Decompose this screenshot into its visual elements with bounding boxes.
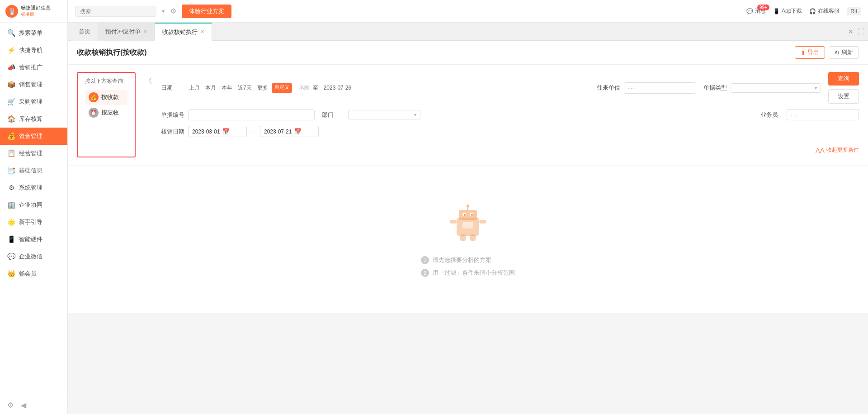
message-icon: 💬 <box>746 8 753 14</box>
svg-rect-10 <box>460 234 466 241</box>
query-btn[interactable]: 查询 <box>828 72 859 86</box>
tab-collection-verify[interactable]: 收款核销执行 ✕ <box>155 23 212 41</box>
sidebar-item-operations[interactable]: 📋经营管理 <box>0 145 67 162</box>
refresh-btn[interactable]: ↻ 刷新 <box>829 46 859 59</box>
inventory-label: 库存核算 <box>19 115 42 123</box>
partner-select[interactable]: ··· <box>624 82 696 94</box>
last-7-days-btn[interactable]: 近7天 <box>236 83 254 93</box>
dept-label: 部门 <box>322 111 344 119</box>
bill-type-select[interactable]: ▾ <box>731 83 821 93</box>
tab-home[interactable]: 首页 <box>71 23 98 41</box>
collapse-icon[interactable]: ◀ <box>21 401 26 409</box>
svg-rect-11 <box>470 234 476 241</box>
solution-btn[interactable]: 体验行业方案 <box>182 5 231 18</box>
dept-chevron: ▾ <box>414 112 416 117</box>
tabs-actions: ✕ ⛶ <box>848 28 864 35</box>
sidebar-item-sales[interactable]: 📦销售管理 <box>0 76 67 93</box>
tab-prepay-close[interactable]: ✕ <box>143 29 147 34</box>
sidebar-item-wechat[interactable]: 💬企业微信 <box>0 248 67 265</box>
refresh-icon: ↻ <box>835 49 840 56</box>
app-icon: 📱 <box>773 8 780 14</box>
custom-date-tag[interactable]: 自定义 <box>272 83 292 93</box>
filter-query-type: 按以下方案查询 💰 按收款 ⏰ 按应收 <box>77 72 136 157</box>
sidebar-item-purchase[interactable]: 🛒采购管理 <box>0 93 67 110</box>
page-header: 收款核销执行(按收款) ⬆ 导出 ↻ 刷新 <box>68 41 868 65</box>
date-label: 日期 <box>161 84 184 92</box>
tab-prepay[interactable]: 预付冲应付单 ✕ <box>98 23 155 41</box>
tab-collection-verify-close[interactable]: ✕ <box>200 29 204 35</box>
topbar-chevron-icon[interactable]: ▾ <box>162 8 165 14</box>
by-collection-label: 按收款 <box>101 93 119 101</box>
empty-hint-1: 1 请先选择要分析的方案 <box>421 256 515 264</box>
filter-option-by-collection[interactable]: 💰 按收款 <box>85 90 127 105</box>
app-version: 标准版 <box>21 11 51 18</box>
this-year-btn[interactable]: 本年 <box>220 83 234 93</box>
filter-option-by-receivable[interactable]: ⏰ 按应收 <box>85 105 127 120</box>
last-month-btn[interactable]: 上月 <box>187 83 202 93</box>
sidebar-item-enterprise[interactable]: 🏢企业协同 <box>0 196 67 214</box>
collapse-filter-btn[interactable]: 《 <box>143 76 154 86</box>
user-name[interactable]: Rit <box>847 7 861 15</box>
verify-date-end-value: 2023-07-21 <box>264 128 292 135</box>
settings-icon[interactable]: ⚙ <box>7 401 14 409</box>
export-btn[interactable]: ⬆ 导出 <box>795 46 825 59</box>
finance-icon: 💰 <box>7 132 15 140</box>
tab-close-all-icon[interactable]: ✕ <box>848 28 854 35</box>
verify-date-end[interactable]: 2023-07-21 📅 <box>260 126 319 137</box>
filter-area: 按以下方案查询 💰 按收款 ⏰ 按应收 《 日期 <box>68 65 868 165</box>
sidebar-item-hardware[interactable]: 📱智能硬件 <box>0 231 67 248</box>
calendar-end-icon: 📅 <box>294 128 302 135</box>
date-shortcuts: 上月 本月 本年 近7天 更多 自定义 <box>187 83 292 93</box>
verify-date-label: 核销日期 <box>161 128 184 136</box>
date-separator: — <box>250 128 256 135</box>
sidebar-item-marketing[interactable]: 📣营销推广 <box>0 59 67 76</box>
sidebar-item-member[interactable]: 👑畅会员 <box>0 265 67 282</box>
topbar-search-input[interactable] <box>75 6 156 17</box>
app-download-btn[interactable]: 📱 App下载 <box>773 7 802 15</box>
more-conditions-label: 收起更多条件 <box>826 146 859 154</box>
sidebar-item-system[interactable]: ⚙系统管理 <box>0 179 67 196</box>
sidebar-item-inventory[interactable]: 🏠库存核算 <box>0 110 67 128</box>
filter-row-2: 单据编号 部门 ▾ 业务员 ··· <box>161 109 859 120</box>
app-logo: 🐰 畅捷通好生意 标准版 <box>0 0 67 23</box>
sidebar-item-basic-info[interactable]: 📑基础信息 <box>0 162 67 179</box>
tab-prepay-label: 预付冲应付单 <box>105 28 141 36</box>
this-month-btn[interactable]: 本月 <box>203 83 218 93</box>
tab-expand-icon[interactable]: ⛶ <box>858 28 864 35</box>
empty-hints: 1 请先选择要分析的方案 2 用「过滤」条件来缩小分析范围 <box>421 256 515 277</box>
more-date-btn[interactable]: 更多 <box>255 83 270 93</box>
salesman-select[interactable]: ··· <box>787 109 859 120</box>
finance-label: 资金管理 <box>19 132 42 140</box>
setting-btn[interactable]: 设置 <box>828 89 859 104</box>
dept-select[interactable]: ▾ <box>348 110 420 119</box>
verify-date-start[interactable]: 2023-03-01 📅 <box>188 126 247 137</box>
bill-no-label: 单据编号 <box>161 111 184 119</box>
enterprise-label: 企业协同 <box>19 201 42 209</box>
sidebar-item-guide[interactable]: 🌟新手引导 <box>0 214 67 231</box>
message-btn[interactable]: 💬 消息 99+ <box>746 7 766 15</box>
main-area: ▾ ⚙ 体验行业方案 💬 消息 99+ 📱 App下载 🎧 在线客服 Rit 首… <box>68 0 868 414</box>
svg-point-4 <box>464 214 466 216</box>
more-conditions-row: ⋀⋀ 收起更多条件 <box>161 143 859 157</box>
bill-no-input[interactable] <box>188 109 315 120</box>
svg-point-7 <box>467 205 469 207</box>
more-conditions-btn[interactable]: ⋀⋀ 收起更多条件 <box>816 146 859 154</box>
sidebar-item-search[interactable]: 🔍搜索菜单 <box>0 24 67 42</box>
wechat-label: 企业微信 <box>19 252 42 261</box>
search-icon: 🔍 <box>7 29 15 37</box>
date-field: 日期 上月 本月 本年 近7天 更多 自定义 <box>161 83 292 93</box>
sidebar-item-quick-nav[interactable]: ⚡快捷导航 <box>0 42 67 59</box>
marketing-label: 营销推广 <box>19 63 42 71</box>
topbar-gear-icon[interactable]: ⚙ <box>170 7 176 15</box>
collection-icon: 💰 <box>89 92 99 102</box>
sidebar: 🐰 畅捷通好生意 标准版 🔍搜索菜单⚡快捷导航📣营销推广📦销售管理🛒采购管理🏠库… <box>0 0 68 414</box>
sidebar-item-finance[interactable]: 💰资金管理 <box>0 128 67 145</box>
salesman-label: 业务员 <box>760 111 783 119</box>
online-service-btn[interactable]: 🎧 在线客服 <box>809 7 840 15</box>
app-name: 畅捷通好生意 <box>21 5 51 11</box>
enterprise-icon: 🏢 <box>7 201 15 209</box>
system-label: 系统管理 <box>19 184 42 192</box>
dept-field: 部门 ▾ <box>322 110 420 119</box>
svg-rect-8 <box>450 220 457 224</box>
system-icon: ⚙ <box>7 184 15 192</box>
